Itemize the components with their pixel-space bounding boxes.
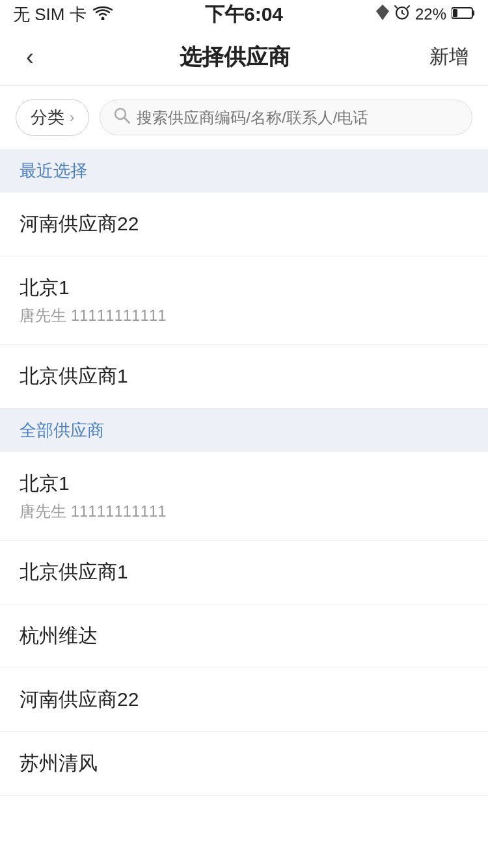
svg-rect-4	[453, 9, 457, 17]
location-icon	[376, 5, 389, 24]
item-name: 河南供应商22	[20, 211, 468, 237]
carrier-label: 无 SIM 卡	[13, 3, 87, 26]
item-name: 北京1	[20, 470, 468, 497]
chevron-right-icon: ›	[70, 109, 74, 126]
list-item[interactable]: 河南供应商22	[0, 193, 488, 256]
alarm-icon	[394, 5, 410, 24]
wifi-icon	[93, 5, 113, 25]
battery-icon	[452, 5, 475, 23]
item-name: 苏州清风	[20, 750, 468, 777]
item-sub: 唐先生 11111111111	[20, 501, 468, 522]
status-left: 无 SIM 卡	[13, 3, 113, 26]
search-icon	[113, 107, 130, 128]
item-name: 北京供应商1	[20, 363, 468, 390]
status-time: 下午6:04	[205, 1, 283, 28]
filter-bar: 分类 ›	[0, 86, 488, 149]
nav-title: 选择供应商	[180, 42, 290, 72]
list-item[interactable]: 北京1唐先生 11111111111	[0, 452, 488, 541]
list-item[interactable]: 苏州清风	[0, 732, 488, 796]
nav-bar: ‹ 选择供应商 新增	[0, 29, 488, 86]
search-box	[100, 100, 472, 135]
search-input[interactable]	[137, 109, 459, 127]
list-item[interactable]: 杭州维达	[0, 604, 488, 668]
all-items-list: 北京1唐先生 11111111111北京供应商1杭州维达河南供应商22苏州清风	[0, 452, 488, 796]
status-bar: 无 SIM 卡 下午6:04	[0, 0, 488, 29]
recent-section-header: 最近选择	[0, 149, 488, 193]
list-item[interactable]: 北京供应商1	[0, 541, 488, 604]
svg-rect-3	[472, 10, 474, 16]
item-sub: 唐先生 11111111111	[20, 305, 468, 326]
svg-line-6	[124, 118, 129, 123]
category-label: 分类	[31, 106, 64, 129]
list-item[interactable]: 河南供应商22	[0, 668, 488, 732]
recent-items-list: 河南供应商22北京1唐先生 11111111111北京供应商1	[0, 193, 488, 409]
back-button[interactable]: ‹	[20, 37, 40, 77]
item-name: 北京供应商1	[20, 559, 468, 586]
item-name: 杭州维达	[20, 623, 468, 649]
category-button[interactable]: 分类 ›	[16, 99, 89, 136]
item-name: 北京1	[20, 275, 468, 301]
all-section-header: 全部供应商	[0, 409, 488, 452]
new-action-button[interactable]: 新增	[429, 44, 468, 70]
item-name: 河南供应商22	[20, 686, 468, 713]
list-item[interactable]: 北京1唐先生 11111111111	[0, 256, 488, 345]
battery-label: 22%	[415, 5, 446, 23]
status-right: 22%	[376, 5, 475, 24]
list-item[interactable]: 北京供应商1	[0, 345, 488, 409]
svg-point-0	[101, 17, 104, 20]
